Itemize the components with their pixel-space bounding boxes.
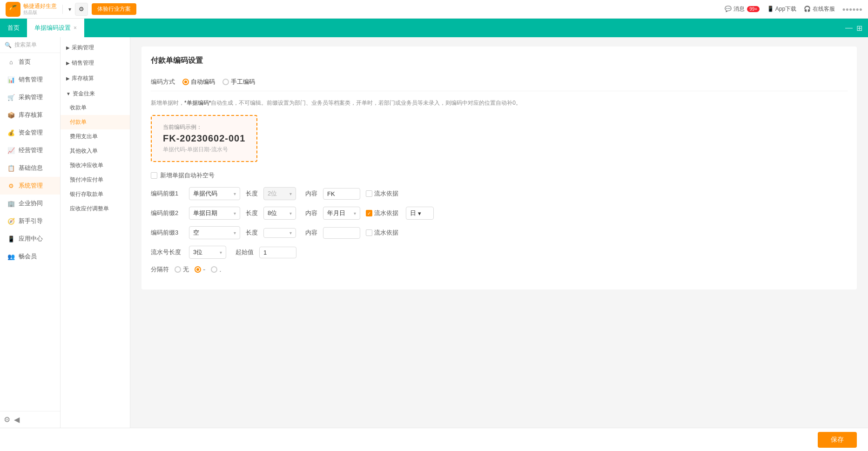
manual-encode-label: 手工编码: [231, 78, 255, 86]
separator-options: 无 - .: [175, 265, 222, 274]
sep-none-radio[interactable]: [175, 266, 181, 273]
prefix1-select[interactable]: 单据代码 ▾: [189, 187, 240, 200]
sub-item-adjust[interactable]: 应收应付调整单: [61, 202, 130, 216]
message-item[interactable]: 💬 消息 99+: [725, 5, 760, 13]
serial-day-select[interactable]: 日 ▾: [406, 207, 434, 220]
auto-encode-radio[interactable]: [182, 79, 189, 85]
app-download[interactable]: 📱 App下载: [767, 5, 796, 13]
logo-icon: 🍊: [6, 2, 20, 17]
separator-label: 分隔符: [151, 265, 169, 274]
sep-none-option[interactable]: 无: [175, 265, 189, 274]
sep-dot-option[interactable]: .: [211, 265, 221, 274]
sub-group-header-purchase[interactable]: ▶ 采购管理: [61, 41, 130, 54]
save-button[interactable]: 保存: [818, 432, 857, 448]
sidebar-item-stock[interactable]: 📦 库存核算: [0, 106, 60, 124]
serial-length-select[interactable]: 3位 ▾: [189, 246, 226, 259]
auto-encode-option[interactable]: 自动编码: [182, 78, 215, 86]
sidebar-item-member[interactable]: 👥 畅会员: [0, 248, 60, 265]
manual-encode-radio[interactable]: [222, 79, 229, 85]
chevron-down-icon: ▼: [66, 91, 71, 96]
sep-dot-radio[interactable]: [211, 266, 217, 273]
content1-input[interactable]: [323, 188, 360, 200]
topbar-right: 💬 消息 99+ 📱 App下载 🎧 在线客服 ●●●●●●: [725, 5, 862, 13]
ops-icon: 📈: [7, 147, 15, 154]
length2-select[interactable]: 8位 ▾: [263, 207, 296, 220]
sidebar-item-app[interactable]: 📱 应用中心: [0, 230, 60, 248]
content3-input[interactable]: [323, 227, 360, 239]
serial-length-row: 流水号长度 3位 ▾ 起始值: [151, 246, 848, 259]
collapse-icon[interactable]: ⊞: [856, 24, 862, 33]
auto-fill-checkbox[interactable]: [151, 172, 157, 179]
sub-item-prereceipts[interactable]: 预收冲应收单: [61, 158, 130, 173]
sub-group-label: 销售管理: [72, 59, 94, 67]
serial-checkbox1[interactable]: [366, 190, 372, 197]
sidebar-item-home[interactable]: ⌂ 首页: [0, 53, 60, 71]
start-value-label: 起始值: [236, 248, 254, 256]
sidebar-item-system[interactable]: ⚙ 系统管理: [0, 177, 60, 195]
length1-select[interactable]: 2位 ▾: [263, 187, 296, 200]
sub-group-header-sales[interactable]: ▶ 销售管理: [61, 56, 130, 70]
sidebar-item-label: 资金管理: [19, 128, 43, 137]
sidebar-item-base[interactable]: 📋 基础信息: [0, 159, 60, 177]
manual-encode-option[interactable]: 手工编码: [222, 78, 255, 86]
system-icon: ⚙: [7, 182, 15, 189]
content2-select[interactable]: 年月日 ▾: [323, 207, 360, 220]
user-info[interactable]: ●●●●●●: [842, 6, 863, 13]
sub-group-header-stock[interactable]: ▶ 库存核算: [61, 72, 130, 85]
sidebar-item-corp[interactable]: 🏢 企业协同: [0, 195, 60, 212]
prefix2-select[interactable]: 单据日期 ▾: [189, 207, 240, 220]
content-area: 付款单编码设置 编码方式 自动编码 手工编码 新增单据时，*单据编码*: [130, 37, 868, 428]
form-row-prefix2: 编码前缀2 单据日期 ▾ 长度 8位 ▾ 内容 年月日 ▾ ✓ 流水依据: [151, 207, 848, 220]
search-menu[interactable]: 🔍 搜索菜单: [0, 37, 60, 53]
sidebar-item-purchase[interactable]: 🛒 采购管理: [0, 88, 60, 106]
trial-button[interactable]: 体验行业方案: [92, 3, 136, 15]
serial-check1[interactable]: 流水依据: [366, 189, 398, 198]
sidebar-collapse-button[interactable]: ◀: [14, 415, 20, 424]
chevron-down-icon: ▾: [289, 191, 292, 196]
prefix2-label: 编码前缀2: [151, 209, 183, 217]
auto-fill-label: 新增单据自动补空号: [160, 171, 215, 180]
sep-dash-radio[interactable]: [195, 266, 201, 273]
sub-item-payments[interactable]: 付款单: [61, 115, 130, 129]
expand-icon[interactable]: —: [845, 24, 853, 32]
sidebar-item-label: 首页: [19, 58, 31, 66]
serial-checkbox3[interactable]: [366, 229, 372, 236]
encode-method-row: 编码方式 自动编码 手工编码: [151, 73, 848, 91]
sidebar-item-finance[interactable]: 💰 资金管理: [0, 124, 60, 141]
tab-close-icon[interactable]: ×: [74, 25, 77, 31]
length1-label: 长度: [246, 189, 258, 198]
sub-group-header-finance[interactable]: ▼ 资金往来: [61, 87, 130, 101]
prefix3-select[interactable]: 空 ▾: [189, 226, 240, 239]
tab-home[interactable]: 首页: [0, 19, 27, 37]
company-dropdown[interactable]: ▾: [68, 6, 71, 13]
sidebar: 🔍 搜索菜单 ⌂ 首页 📊 销售管理 🛒 采购管理 📦 库存核算 💰 资金管理 …: [0, 37, 61, 428]
sub-item-income[interactable]: 其他收入单: [61, 144, 130, 158]
tab-code-setting[interactable]: 单据编码设置 ×: [27, 19, 84, 37]
separator-row: 分隔符 无 - .: [151, 265, 848, 274]
sidebar-settings-button[interactable]: ⚙: [4, 415, 10, 424]
serial-label1: 流水依据: [374, 189, 398, 198]
settings-button[interactable]: ⚙: [75, 3, 88, 16]
sub-item-bank[interactable]: 银行存取款单: [61, 187, 130, 202]
sidebar-item-guide[interactable]: 🧭 新手引导: [0, 212, 60, 230]
chevron-down-icon: ▾: [418, 210, 421, 217]
online-service[interactable]: 🎧 在线客服: [804, 5, 834, 13]
sub-item-receipts[interactable]: 收款单: [61, 101, 130, 115]
length3-select[interactable]: ▾: [263, 228, 296, 238]
sep-dash-option[interactable]: -: [195, 265, 205, 274]
serial-check3[interactable]: 流水依据: [366, 229, 398, 237]
sidebar-item-ops[interactable]: 📈 经营管理: [0, 141, 60, 159]
chevron-right-icon: ▶: [66, 76, 70, 81]
start-value-input[interactable]: [259, 247, 296, 258]
sales-icon: 📊: [7, 76, 15, 83]
serial-checkbox2[interactable]: ✓: [366, 210, 372, 216]
sidebar-item-sales[interactable]: 📊 销售管理: [0, 71, 60, 88]
stock-icon: 📦: [7, 111, 15, 119]
sub-item-expenses[interactable]: 费用支出单: [61, 129, 130, 144]
sidebar-footer: ⚙ ◀: [0, 411, 60, 428]
content2-label: 内容: [305, 209, 317, 217]
sidebar-item-label: 应用中心: [19, 235, 43, 243]
serial-check2[interactable]: ✓ 流水依据: [366, 209, 398, 217]
sub-item-prepayments[interactable]: 预付冲应付单: [61, 173, 130, 187]
page-title: 付款单编码设置: [151, 56, 848, 66]
